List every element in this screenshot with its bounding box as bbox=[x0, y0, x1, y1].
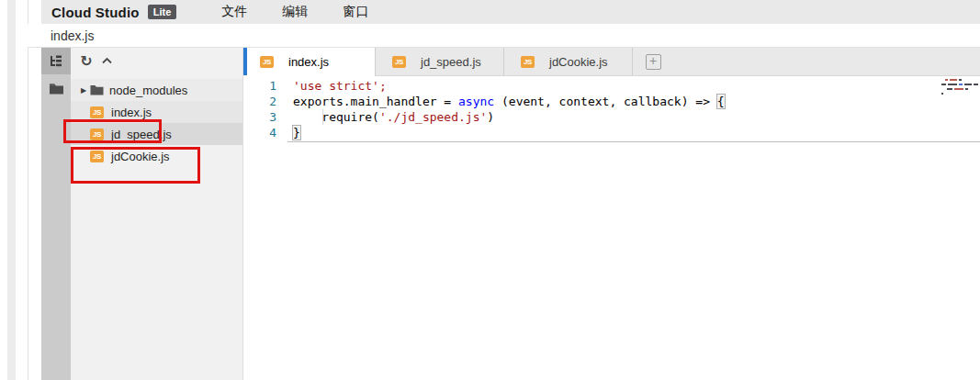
minimap-segment bbox=[947, 88, 952, 90]
folder-icon bbox=[49, 82, 64, 95]
code-token: (event, context, callback) => bbox=[494, 95, 717, 108]
minimap-segment bbox=[964, 84, 972, 85]
menu-item-1[interactable]: 编辑 bbox=[265, 4, 325, 20]
folder-icon bbox=[90, 84, 104, 95]
code-line-content: } bbox=[287, 125, 300, 140]
tab-jd_speed-js[interactable]: JSjd_speed.js bbox=[376, 48, 504, 75]
code-line-content: 'use strict'; bbox=[287, 78, 387, 94]
refresh-button[interactable]: ↻ bbox=[76, 54, 96, 69]
file-tree: ▶node_modulesJSindex.jsJSjd_speed.jsJSjd… bbox=[71, 79, 242, 167]
minimap-line-4 bbox=[941, 93, 980, 95]
tab-index-js[interactable]: JSindex.js bbox=[243, 48, 376, 76]
new-tab-button[interactable]: + bbox=[633, 48, 673, 75]
code-line-content: exports.main_handler = async (event, con… bbox=[287, 94, 725, 109]
code-line-4: 4} bbox=[243, 125, 980, 140]
tree-item-node_modules[interactable]: ▶node_modules bbox=[71, 79, 242, 101]
minimap[interactable] bbox=[941, 79, 980, 97]
chevron-up-icon bbox=[101, 53, 113, 70]
code-token: 'use strict'; bbox=[293, 79, 387, 93]
explorer-panel: ↻ ▶node_modulesJSindex.jsJSjd_speed.jsJS… bbox=[71, 48, 243, 380]
tree-item-label: node_modules bbox=[109, 84, 187, 97]
menu-item-0[interactable]: 文件 bbox=[204, 4, 265, 20]
code-line-content: require('./jd_speed.js') bbox=[287, 109, 494, 125]
minimap-segment bbox=[974, 84, 978, 85]
code-token: { bbox=[717, 95, 725, 108]
js-file-icon: JS bbox=[521, 56, 535, 68]
cloud-studio-window: Cloud Studio Lite 文件编辑窗口 index.js bbox=[0, 0, 980, 380]
tree-item-index-js[interactable]: JSindex.js bbox=[71, 101, 242, 123]
minimap-segment bbox=[950, 79, 957, 81]
line-number: 1 bbox=[243, 78, 287, 94]
js-file-icon: JS bbox=[90, 106, 104, 118]
page-scroll-gutter bbox=[7, 0, 16, 380]
minimap-segment bbox=[959, 84, 963, 85]
tree-item-label: jdCookie.js bbox=[111, 150, 170, 163]
code-line-3: 3 require('./jd_speed.js') bbox=[243, 109, 980, 125]
js-file-icon: JS bbox=[90, 129, 104, 140]
js-file-icon: JS bbox=[392, 56, 406, 68]
tree-view-icon bbox=[49, 54, 63, 69]
js-file-icon: JS bbox=[260, 56, 274, 68]
activity-bar bbox=[41, 48, 71, 380]
code-line-1: 1'use strict'; bbox=[243, 78, 980, 94]
lite-badge: Lite bbox=[148, 5, 177, 19]
tab-label: jd_speed.js bbox=[421, 55, 481, 69]
activity-explorer-button[interactable] bbox=[41, 48, 71, 74]
tree-item-jd_speed-js[interactable]: JSjd_speed.js bbox=[71, 123, 242, 145]
js-file-icon: JS bbox=[90, 151, 104, 162]
code-token: './jd_speed.js' bbox=[379, 110, 487, 124]
tab-jdCookie-js[interactable]: JSjdCookie.js bbox=[504, 48, 633, 75]
code-lines: 1'use strict';2exports.main_handler = as… bbox=[243, 78, 980, 140]
refresh-icon: ↻ bbox=[80, 54, 92, 69]
code-area[interactable]: 1'use strict';2exports.main_handler = as… bbox=[243, 76, 980, 380]
tab-label: jdCookie.js bbox=[549, 55, 608, 69]
title-bar: index.js bbox=[28, 24, 980, 48]
editor-region: JSindex.jsJSjd_speed.jsJSjdCookie.js+ 1'… bbox=[243, 48, 980, 380]
menu-items: 文件编辑窗口 bbox=[204, 4, 386, 20]
code-token: async bbox=[458, 95, 494, 108]
tab-bar: JSindex.jsJSjd_speed.jsJSjdCookie.js+ bbox=[243, 48, 980, 76]
tab-label: index.js bbox=[288, 55, 329, 69]
code-token: require( bbox=[293, 110, 379, 124]
code-token: } bbox=[293, 126, 300, 140]
menu-item-2[interactable]: 窗口 bbox=[325, 4, 386, 20]
line-number: 2 bbox=[243, 94, 287, 109]
minimap-segment bbox=[954, 88, 963, 90]
activity-folder-button[interactable] bbox=[41, 74, 71, 101]
line-number: 3 bbox=[243, 109, 287, 125]
minimap-segment bbox=[941, 84, 946, 85]
minimap-line-1 bbox=[945, 79, 980, 82]
current-line-highlight bbox=[287, 141, 980, 142]
minimap-segment bbox=[965, 88, 968, 90]
minimap-line-3 bbox=[947, 88, 980, 91]
minimap-segment bbox=[948, 84, 957, 85]
collapse-all-button[interactable] bbox=[96, 53, 117, 70]
code-line-2: 2exports.main_handler = async (event, co… bbox=[243, 94, 980, 109]
code-token: ) bbox=[487, 110, 494, 124]
minimap-segment bbox=[959, 79, 962, 81]
explorer-header: ↻ bbox=[71, 48, 242, 74]
expand-arrow-icon[interactable]: ▶ bbox=[81, 86, 90, 95]
code-token: exports.main_handler = bbox=[293, 95, 458, 108]
menu-bar: Cloud Studio Lite 文件编辑窗口 bbox=[41, 0, 980, 24]
tree-item-label: index.js bbox=[111, 106, 152, 119]
app-logo: Cloud Studio bbox=[51, 5, 140, 20]
open-file-title: index.js bbox=[51, 28, 94, 43]
active-tab-indicator bbox=[243, 48, 247, 75]
tree-item-jdCookie-js[interactable]: JSjdCookie.js bbox=[71, 145, 242, 167]
minimap-segment bbox=[941, 93, 943, 95]
line-number: 4 bbox=[243, 125, 287, 140]
tree-item-label: jd_speed.js bbox=[111, 128, 172, 141]
minimap-segment bbox=[945, 79, 948, 81]
plus-icon: + bbox=[646, 54, 661, 70]
app-left-border bbox=[28, 0, 28, 380]
minimap-line-2 bbox=[941, 84, 980, 86]
